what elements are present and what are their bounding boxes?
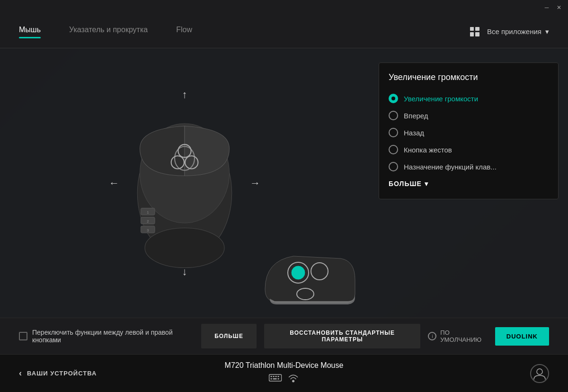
nav-bar: Мышь Указатель и прокрутка Flow Все прил… (0, 15, 568, 48)
device-icons (269, 373, 299, 385)
arrow-down: ↓ (182, 266, 187, 278)
keyboard-connectivity-icon (269, 373, 282, 385)
svg-point-15 (292, 266, 305, 279)
bottom-buttons: БОЛЬШЕ ВОССТАНОВИТЬ СТАНДАРТНЫЕ ПАРАМЕТР… (201, 324, 549, 348)
option-keyboard-label: Назначение функций клав... (404, 163, 497, 171)
device-name: M720 Triathlon Multi-Device Mouse (225, 361, 344, 370)
arrow-left: ← (109, 177, 119, 189)
option-gesture[interactable]: Кнопка жестов (389, 141, 549, 158)
chevron-down-icon: ▾ (425, 180, 428, 187)
title-bar: ─ ✕ (0, 0, 568, 15)
left-buttons: БОЛЬШЕ ВОССТАНОВИТЬ СТАНДАРТНЫЕ ПАРАМЕТР… (201, 324, 420, 348)
option-back[interactable]: Назад (389, 124, 549, 141)
arrow-up: ↑ (182, 89, 187, 101)
swap-buttons-checkbox-label[interactable]: Переключить функции между левой и правой… (19, 329, 192, 344)
close-button[interactable]: ✕ (556, 4, 562, 11)
option-forward-label: Вперед (404, 112, 428, 120)
option-keyboard[interactable]: Назначение функций клав... (389, 158, 549, 175)
option-forward[interactable]: Вперед (389, 107, 549, 124)
option-vol-up-label: Увеличение громкости (404, 95, 478, 103)
svg-text:1: 1 (147, 210, 149, 214)
user-avatar-button[interactable] (530, 364, 549, 383)
svg-rect-20 (273, 376, 275, 377)
main-content: ↑ ← → ↓ (0, 48, 568, 318)
footer-right (530, 364, 549, 383)
radio-back-icon (389, 128, 398, 137)
info-icon: i (428, 332, 436, 340)
option-gesture-label: Кнопка жестов (404, 146, 452, 154)
svg-point-13 (145, 228, 224, 267)
svg-rect-23 (271, 378, 272, 380)
mouse-container: ↑ ← → ↓ (109, 84, 260, 283)
footer-center: M720 Triathlon Multi-Device Mouse (225, 361, 344, 385)
footer: ‹ ВАШИ УСТРОЙСТВА M720 Triathlon Multi-D… (0, 354, 568, 392)
back-button[interactable]: ‹ ВАШИ УСТРОЙСТВА (19, 368, 97, 378)
mouse-area: ↑ ← → ↓ (0, 48, 369, 318)
radio-keyboard-icon (389, 162, 398, 171)
nav-right: Все приложения ▾ (470, 27, 549, 36)
svg-rect-18 (269, 374, 282, 381)
mouse-side-view (256, 247, 360, 308)
svg-rect-21 (275, 376, 277, 377)
svg-point-26 (292, 380, 294, 383)
swap-buttons-checkbox[interactable] (19, 332, 27, 340)
right-panel: Увеличение громкости Увеличение громкост… (369, 48, 568, 318)
svg-rect-24 (273, 378, 277, 380)
tab-pointer[interactable]: Указатель и прокрутка (69, 26, 148, 38)
all-apps-button[interactable]: Все приложения ▾ (487, 27, 549, 36)
svg-rect-22 (278, 376, 279, 377)
mouse-image: 1 2 3 logitech (109, 84, 260, 283)
duolink-button[interactable]: DUOLINK (495, 327, 549, 346)
svg-point-27 (537, 369, 542, 374)
svg-text:3: 3 (147, 228, 149, 232)
option-vol-up[interactable]: Увеличение громкости (389, 90, 549, 107)
restore-defaults-button[interactable]: ВОССТАНОВИТЬ СТАНДАРТНЫЕ ПАРАМЕТРЫ (264, 324, 420, 348)
button-assignment-dropdown: Увеличение громкости Увеличение громкост… (379, 62, 559, 199)
more-button[interactable]: БОЛЬШЕ (201, 324, 257, 348)
chevron-left-icon: ‹ (19, 368, 22, 378)
apps-grid-icon[interactable] (470, 27, 479, 36)
chevron-down-icon: ▾ (545, 27, 549, 36)
nav-tabs: Мышь Указатель и прокрутка Flow (19, 26, 470, 38)
wireless-icon (288, 373, 299, 385)
radio-gesture-icon (389, 145, 398, 154)
dropdown-title: Увеличение громкости (389, 72, 549, 82)
minimize-button[interactable]: ─ (543, 4, 550, 11)
arrow-right: → (250, 177, 260, 189)
more-options-button[interactable]: БОЛЬШЕ ▾ (389, 175, 549, 189)
svg-text:2: 2 (147, 219, 149, 223)
svg-rect-19 (271, 376, 272, 377)
tab-flow[interactable]: Flow (176, 26, 192, 38)
option-back-label: Назад (404, 129, 424, 137)
svg-rect-25 (278, 378, 279, 380)
radio-forward-icon (389, 111, 398, 120)
radio-vol-up-icon (389, 94, 398, 103)
bottom-controls: Переключить функции между левой и правой… (0, 318, 568, 354)
tab-mouse[interactable]: Мышь (19, 26, 41, 38)
default-button[interactable]: i ПО УМОЛЧАНИЮ (428, 329, 487, 343)
